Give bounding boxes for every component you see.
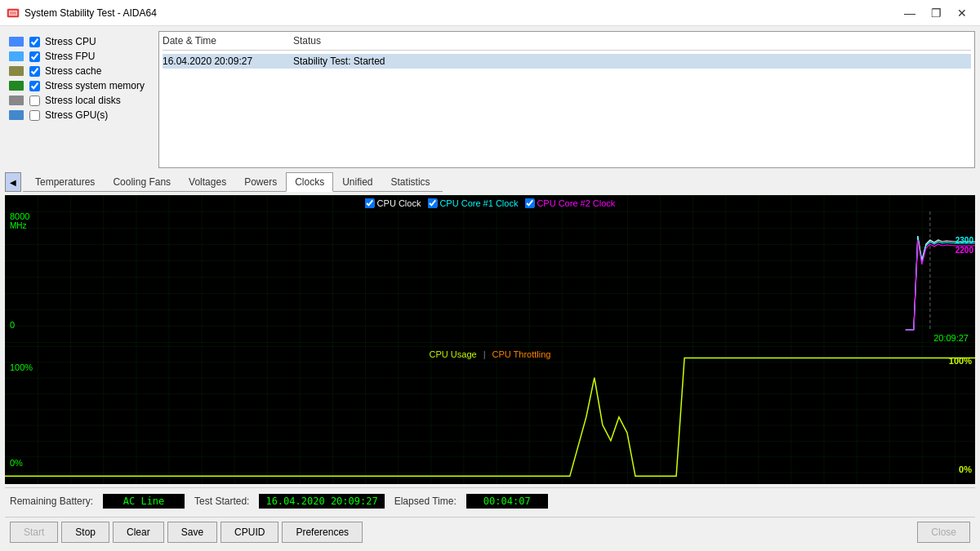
checkbox-stress_fpu[interactable] — [29, 51, 40, 62]
close-window-button[interactable]: ✕ — [951, 4, 973, 22]
tabs-bar: TemperaturesCooling FansVoltagesPowersCl… — [23, 172, 443, 192]
checkbox-stress_cache[interactable] — [29, 66, 40, 77]
log-col-status: Status — [293, 35, 971, 47]
tab-voltages[interactable]: Voltages — [180, 172, 235, 191]
legend-cpu-clock: CPU Clock — [365, 198, 421, 208]
elapsed-time-label: Elapsed Time: — [394, 495, 457, 507]
checkbox-label-stress_gpu: Stress GPU(s) — [45, 109, 108, 121]
log-panel: Date & Time Status 16.04.2020 20:09:27St… — [158, 31, 975, 168]
clock-y-unit: MHz — [10, 221, 27, 230]
checkbox-stress_gpu[interactable] — [29, 110, 40, 121]
checkbox-stress_cpu[interactable] — [29, 37, 40, 47]
svg-rect-11 — [5, 346, 975, 484]
app-icon — [7, 7, 20, 20]
remaining-battery-value: AC Line — [103, 494, 185, 509]
remaining-battery-label: Remaining Battery: — [10, 495, 93, 507]
clock-legend: CPU Clock CPU Core #1 Clock CPU Core #2 … — [365, 198, 616, 208]
legend-core1-clock-label: CPU Core #1 Clock — [439, 198, 518, 208]
log-rows: 16.04.2020 20:09:27Stability Test: Start… — [163, 54, 971, 69]
status-bar: Remaining Battery: AC Line Test Started:… — [5, 487, 975, 513]
legend-core1-clock-check[interactable] — [427, 198, 437, 208]
tab-powers[interactable]: Powers — [235, 172, 286, 191]
stop-button[interactable]: Stop — [61, 522, 109, 543]
svg-rect-3 — [9, 37, 24, 47]
tab-clocks[interactable]: Clocks — [286, 172, 333, 192]
svg-rect-6 — [9, 81, 24, 91]
svg-rect-2 — [10, 11, 16, 15]
titlebar-controls: — ❐ ✕ — [898, 4, 973, 22]
maximize-button[interactable]: ❐ — [924, 4, 947, 22]
legend-core2-clock-label: CPU Core #2 Clock — [537, 198, 615, 208]
window-title: System Stability Test - AIDA64 — [24, 7, 157, 19]
tab-statistics[interactable]: Statistics — [382, 172, 439, 191]
checkbox-item-stress_gpu: Stress GPU(s) — [8, 109, 149, 121]
button-bar: Start Stop Clear Save CPUID Preferences … — [5, 517, 975, 546]
log-cell-status: Stability Test: Started — [293, 56, 971, 67]
svg-rect-9 — [5, 195, 975, 346]
tab-cooling-fans[interactable]: Cooling Fans — [104, 172, 180, 191]
checkbox-label-stress_disks: Stress local disks — [45, 95, 121, 106]
clear-button[interactable]: Clear — [113, 522, 164, 543]
clock-y-max: 8000 — [10, 211, 29, 221]
log-cell-date: 16.04.2020 20:09:27 — [163, 56, 293, 67]
svg-rect-8 — [9, 110, 24, 120]
checkbox-label-stress_cpu: Stress CPU — [45, 36, 96, 47]
log-col-date: Date & Time — [163, 35, 293, 47]
titlebar-left: System Stability Test - AIDA64 — [7, 7, 157, 20]
log-row[interactable]: 16.04.2020 20:09:27Stability Test: Start… — [163, 54, 971, 69]
clock-value-core1: 2200 — [956, 246, 973, 255]
checkbox-stress_memory[interactable] — [29, 81, 40, 91]
cpuid-button[interactable]: CPUID — [220, 522, 278, 543]
legend-core2-clock-check[interactable] — [524, 198, 534, 208]
legend-cpu-throttling: CPU Throttling — [492, 349, 551, 359]
checkbox-stress_disks[interactable] — [29, 96, 40, 106]
usage-value-right: 100% — [949, 356, 972, 366]
disk-icon — [8, 95, 24, 106]
titlebar: System Stability Test - AIDA64 — ❐ ✕ — [0, 0, 980, 26]
stress-options-panel: Stress CPUStress FPUStress cacheStress s… — [5, 31, 152, 168]
usage-chart: CPU Usage | CPU Throttling 100% 0% 100% … — [5, 346, 975, 484]
legend-cpu-clock-label: CPU Clock — [377, 198, 421, 208]
usage-chart-svg — [5, 346, 975, 484]
clock-chart-svg — [5, 195, 975, 346]
checkbox-item-stress_cache: Stress cache — [8, 65, 149, 77]
legend-cpu-usage-label: CPU Usage — [430, 349, 477, 359]
checkbox-item-stress_disks: Stress local disks — [8, 95, 149, 106]
start-button[interactable]: Start — [10, 522, 58, 543]
tab-scroll-left[interactable]: ◀ — [5, 172, 21, 192]
svg-rect-7 — [9, 96, 24, 105]
clock-value-cpu: 2300 — [956, 236, 973, 245]
legend-cpu-clock-check[interactable] — [365, 198, 375, 208]
save-button[interactable]: Save — [167, 522, 217, 543]
checkbox-item-stress_cpu: Stress CPU — [8, 36, 149, 47]
svg-rect-5 — [9, 66, 24, 76]
legend-cpu-throttling-label: CPU Throttling — [492, 349, 551, 359]
main-content: Stress CPUStress FPUStress cacheStress s… — [0, 26, 980, 551]
usage-y-min: 0% — [10, 458, 23, 468]
checkbox-label-stress_fpu: Stress FPU — [45, 51, 95, 62]
checkbox-item-stress_fpu: Stress FPU — [8, 51, 149, 62]
legend-core1-clock: CPU Core #1 Clock — [427, 198, 518, 208]
checkbox-item-stress_memory: Stress system memory — [8, 80, 149, 91]
legend-cpu-usage: CPU Usage — [430, 349, 477, 359]
svg-rect-4 — [9, 51, 24, 61]
gpu-icon — [8, 109, 24, 121]
usage-y-max: 100% — [10, 362, 33, 372]
checkbox-label-stress_cache: Stress cache — [45, 65, 101, 77]
tab-unified[interactable]: Unified — [333, 172, 381, 191]
usage-value-bottom: 0% — [959, 464, 972, 474]
elapsed-time-value: 00:04:07 — [466, 494, 548, 509]
cpu-icon — [8, 36, 24, 47]
tab-temperatures[interactable]: Temperatures — [26, 172, 104, 191]
test-started-value: 16.04.2020 20:09:27 — [259, 494, 384, 509]
clock-timestamp: 20:09:27 — [933, 333, 969, 343]
close-button[interactable]: Close — [917, 522, 970, 543]
top-section: Stress CPUStress FPUStress cacheStress s… — [5, 31, 975, 168]
fpu-icon — [8, 51, 24, 62]
preferences-button[interactable]: Preferences — [282, 522, 363, 543]
clock-chart: CPU Clock CPU Core #1 Clock CPU Core #2 … — [5, 195, 975, 346]
minimize-button[interactable]: — — [898, 4, 921, 22]
checkbox-label-stress_memory: Stress system memory — [45, 80, 145, 91]
log-header: Date & Time Status — [163, 35, 971, 51]
test-started-label: Test Started: — [194, 495, 249, 507]
